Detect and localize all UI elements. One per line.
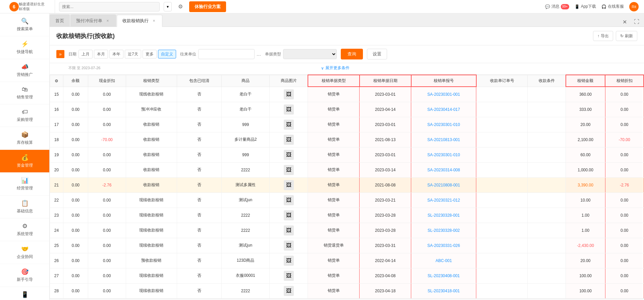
tab-prepay-close[interactable]: × xyxy=(105,18,110,24)
sidebar-item-marketing[interactable]: 📣 营销推广 xyxy=(0,59,49,82)
doc-bill-no-link[interactable]: SA-20230314-008 xyxy=(427,168,460,172)
maximize-btn[interactable]: ⛶ xyxy=(632,17,641,27)
col-receipt-condition: 收款条件 xyxy=(528,75,566,87)
seq-cell: 28 xyxy=(50,283,63,298)
goods-cell: 测试多属性 xyxy=(221,177,270,192)
receipt-condition-cell xyxy=(528,283,566,298)
doc-bill-no-cell: SL-20230408-001 xyxy=(411,268,476,283)
filter-expand-btn[interactable]: » xyxy=(56,50,64,58)
goods-img-cell: 🖼 xyxy=(270,238,308,253)
source-input[interactable] xyxy=(198,49,255,59)
online-service-btn[interactable]: 🎧 在线客服 xyxy=(601,4,624,9)
doc-bill-type-cell: 销货单 xyxy=(308,147,360,162)
doc-bill-date-cell: 2023-03-01 xyxy=(360,87,411,102)
date-last-month[interactable]: 上月 xyxy=(78,50,93,58)
close-all-btn[interactable]: ✕ xyxy=(620,17,629,27)
tab-writeoff-close[interactable]: × xyxy=(151,18,157,24)
doc-bill-no-link[interactable]: SA-20230414-017 xyxy=(427,107,460,112)
table-row: 210.00-2.76收款核销否测试多属性🖼销货单2021-08-08SA-20… xyxy=(50,177,644,192)
gear-icon[interactable]: ⚙ xyxy=(176,2,185,11)
seq-cell: 15 xyxy=(50,87,63,102)
sidebar-item-search[interactable]: 🔍 搜索菜单 xyxy=(0,13,49,36)
sidebar-item-biz[interactable]: 📊 经营管理 xyxy=(0,173,49,196)
doc-bill-no-cell: SA-20230301-001 xyxy=(411,87,476,102)
balance-cell: 0.00 xyxy=(63,102,88,117)
doc-bill-no-link[interactable]: SA-20230301-001 xyxy=(427,92,460,97)
avatar[interactable]: Rit xyxy=(629,2,639,11)
sidebar-item-finance[interactable]: 💰 资金管理 xyxy=(0,150,49,173)
doc-bill-no-link[interactable]: SL-20230328-002 xyxy=(428,228,460,233)
include-settled-cell: 否 xyxy=(177,162,222,177)
writeoff-amount-cell: 60.00 xyxy=(566,147,605,162)
doc-bill-date-cell: 2023-03-14 xyxy=(360,162,411,177)
tab-home[interactable]: 首页 xyxy=(50,14,70,27)
doc-bill-no-link[interactable]: SA-20230331-026 xyxy=(427,243,460,248)
top-dropdown-btn[interactable]: ▾ xyxy=(164,2,172,11)
include-settled-cell: 否 xyxy=(177,147,222,162)
sidebar-item-inventory[interactable]: 📦 库存核算 xyxy=(0,127,49,150)
doc-bill-no-link[interactable]: SA-20210808-001 xyxy=(427,183,460,187)
doc-bill-no-link[interactable]: SA-20210813-001 xyxy=(427,137,460,142)
sidebar-item-purchase[interactable]: 🏷 采购管理 xyxy=(0,104,49,127)
solution-button[interactable]: 休验行业方案 xyxy=(189,1,226,12)
top-search-input[interactable] xyxy=(59,2,160,11)
goods-img-cell: 🖼 xyxy=(270,132,308,147)
sidebar-item-device[interactable]: 📱 智能硬件 xyxy=(0,287,49,300)
doc-bill-date-cell: 2023-03-01 xyxy=(360,147,411,162)
date-this-year[interactable]: 本年 xyxy=(109,50,123,58)
receipt-condition-cell xyxy=(528,253,566,268)
tab-writeoff[interactable]: 收款核销执行 × xyxy=(117,15,162,27)
receipt-condition-cell xyxy=(528,147,566,162)
message-label: 消息 xyxy=(551,4,559,9)
doc-bill-no-link[interactable]: SA-20230301-010 xyxy=(427,122,460,127)
doc-bill-no-link[interactable]: SA-20230301-010 xyxy=(427,153,460,157)
doc-bill-no-link[interactable]: ABC-001 xyxy=(435,258,452,263)
date-custom[interactable]: 自定义 xyxy=(158,50,176,58)
sidebar-label-biz: 经营管理 xyxy=(17,185,33,191)
sidebar-item-base[interactable]: 📋 基础信息 xyxy=(0,196,49,218)
doc-bill-no-cell: ABC-001 xyxy=(411,253,476,268)
date-this-month[interactable]: 本月 xyxy=(94,50,108,58)
doc-bill-no-cell: SA-20230321-012 xyxy=(411,192,476,208)
receipt-order-no-cell xyxy=(476,192,528,208)
doc-bill-date-cell: 2023-04-18 xyxy=(360,283,411,298)
app-download-btn[interactable]: 📱 App下载 xyxy=(575,4,596,9)
doc-bill-no-link[interactable]: SA-20230321-012 xyxy=(427,198,460,203)
filter-settings-btn[interactable]: 设置 xyxy=(367,49,387,59)
table-footer: 核销金额合计： 40,556,66... 核销折扣合计： 952.24 xyxy=(50,299,644,300)
date-7days[interactable]: 近7天 xyxy=(125,50,141,58)
doc-bill-no-link[interactable]: SL-20230408-001 xyxy=(428,273,460,278)
date-more[interactable]: 更多 xyxy=(143,50,157,58)
balance-cell: 0.00 xyxy=(63,268,88,283)
doc-bill-type-cell: 销货单 xyxy=(308,87,360,102)
receipt-condition-cell xyxy=(528,192,566,208)
logo-area: 6 畅捷通谱好生意 标准版 xyxy=(5,0,55,13)
tab-prepay[interactable]: 预付冲应付单 × xyxy=(70,14,116,27)
doctype-select[interactable] xyxy=(283,49,337,59)
sidebar-item-nav[interactable]: ⚡ 快捷导航 xyxy=(0,36,49,59)
seq-cell: 27 xyxy=(50,268,63,283)
export-btn[interactable]: ↑ 导出 xyxy=(593,31,613,41)
sidebar-item-guide[interactable]: 🎯 新手引导 xyxy=(0,264,49,287)
sidebar-item-system[interactable]: ⚙ 系统管理 xyxy=(0,218,49,241)
receipt-condition-cell xyxy=(528,87,566,102)
doc-bill-type-cell: 销货单 xyxy=(308,283,360,298)
refresh-btn[interactable]: ↻ 刷新 xyxy=(616,31,637,41)
col-settings[interactable]: ⚙ xyxy=(50,75,63,87)
goods-img-cell: 🖼 xyxy=(270,87,308,102)
cash-discount-cell: 0.00 xyxy=(88,87,126,102)
doc-bill-date-cell: 2022-04-14 xyxy=(360,253,411,268)
col-goods-img: 商品图片 xyxy=(270,75,308,87)
balance-cell: 0.00 xyxy=(63,117,88,132)
finance-icon: 💰 xyxy=(21,154,29,161)
doc-bill-no-link[interactable]: SL-20230418-001 xyxy=(428,289,460,293)
query-btn[interactable]: 查询 xyxy=(341,49,363,59)
expand-more-btn[interactable]: ∨ 展开更多条件 xyxy=(321,65,350,71)
doc-bill-no-link[interactable]: SL-20230328-001 xyxy=(428,213,460,218)
sidebar-label-marketing: 营销推广 xyxy=(17,72,33,78)
sidebar-item-company[interactable]: 🤝 企业协同 xyxy=(0,241,49,264)
writeoff-discount-cell: 0.00 xyxy=(605,223,644,238)
app-icon: 📱 xyxy=(575,4,580,9)
sidebar-item-sales[interactable]: 🛍 销售管理 xyxy=(0,82,49,104)
messages-btn[interactable]: 💬 消息 99+ xyxy=(545,4,569,9)
